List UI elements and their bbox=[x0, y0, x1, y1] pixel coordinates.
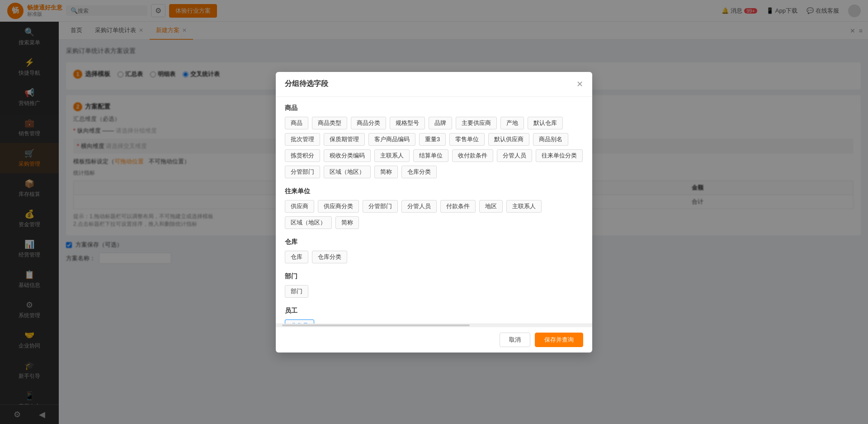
field-tag[interactable]: 收付款条件 bbox=[452, 149, 493, 162]
field-tag[interactable]: 品牌 bbox=[429, 117, 452, 129]
field-tag[interactable]: 付款条件 bbox=[440, 200, 476, 213]
field-tag[interactable]: 业务员 bbox=[285, 319, 314, 324]
field-tag[interactable]: 拣货积分 bbox=[285, 149, 320, 162]
field-tag[interactable]: 区域（地区） bbox=[285, 216, 332, 229]
field-tag[interactable]: 默认仓库 bbox=[528, 117, 563, 129]
cancel-button[interactable]: 取消 bbox=[500, 333, 530, 347]
section-title-employees: 员工 bbox=[285, 307, 583, 315]
field-tags-warehouses: 仓库仓库分类 bbox=[285, 251, 583, 263]
field-tag[interactable]: 零售单位 bbox=[449, 133, 485, 146]
section-title-warehouses: 仓库 bbox=[285, 238, 583, 246]
field-tag[interactable]: 结算单位 bbox=[413, 149, 448, 162]
field-tag[interactable]: 分管部门 bbox=[363, 200, 398, 213]
field-tag[interactable]: 税收分类编码 bbox=[324, 149, 371, 162]
section-warehouses: 仓库仓库仓库分类 bbox=[285, 238, 583, 263]
field-tag[interactable]: 商品别名 bbox=[533, 133, 568, 146]
field-tag[interactable]: 区域（地区） bbox=[324, 166, 371, 178]
field-tags-departments: 部门 bbox=[285, 285, 583, 298]
field-tag[interactable]: 简称 bbox=[335, 216, 359, 229]
field-tags-products: 商品商品类型商品分类规格型号品牌主要供应商产地默认仓库批次管理保质期管理客户商品… bbox=[285, 117, 583, 178]
modal-overlay: 分组待选字段 ✕ 商品商品商品类型商品分类规格型号品牌主要供应商产地默认仓库批次… bbox=[0, 0, 868, 424]
field-tag[interactable]: 简称 bbox=[374, 166, 398, 178]
field-tag[interactable]: 商品类型 bbox=[312, 117, 347, 129]
section-employees: 员工业务员 bbox=[285, 307, 583, 324]
field-tag[interactable]: 主要供应商 bbox=[456, 117, 497, 129]
field-tag[interactable]: 保质期管理 bbox=[324, 133, 365, 146]
field-tag[interactable]: 地区 bbox=[479, 200, 503, 213]
field-tag[interactable]: 商品 bbox=[285, 117, 308, 129]
field-tag[interactable]: 分管人员 bbox=[497, 149, 532, 162]
field-tag[interactable]: 商品分类 bbox=[351, 117, 386, 129]
section-title-products: 商品 bbox=[285, 104, 583, 112]
section-products: 商品商品商品类型商品分类规格型号品牌主要供应商产地默认仓库批次管理保质期管理客户… bbox=[285, 104, 583, 178]
field-tags-counterparties: 供应商供应商分类分管部门分管人员付款条件地区主联系人区域（地区）简称 bbox=[285, 200, 583, 229]
field-tag[interactable]: 分管人员 bbox=[401, 200, 437, 213]
field-tag[interactable]: 部门 bbox=[285, 285, 308, 298]
field-tag[interactable]: 批次管理 bbox=[285, 133, 320, 146]
field-tag[interactable]: 重量3 bbox=[419, 133, 446, 146]
field-tag[interactable]: 产地 bbox=[500, 117, 524, 129]
field-tag[interactable]: 主联系人 bbox=[506, 200, 542, 213]
field-tag[interactable]: 仓库分类 bbox=[312, 251, 347, 263]
save-query-button[interactable]: 保存并查询 bbox=[535, 333, 583, 347]
field-tag[interactable]: 主联系人 bbox=[374, 149, 410, 162]
field-tag[interactable]: 默认供应商 bbox=[488, 133, 529, 146]
dialog-title: 分组待选字段 bbox=[285, 79, 328, 89]
field-selection-dialog: 分组待选字段 ✕ 商品商品商品类型商品分类规格型号品牌主要供应商产地默认仓库批次… bbox=[276, 72, 592, 353]
section-title-departments: 部门 bbox=[285, 272, 583, 281]
field-tag[interactable]: 分管部门 bbox=[285, 166, 320, 178]
dialog-footer: 取消 保存并查询 bbox=[276, 327, 592, 353]
field-tag[interactable]: 客户商品编码 bbox=[368, 133, 415, 146]
field-tag[interactable]: 规格型号 bbox=[390, 117, 425, 129]
field-tag[interactable]: 供应商分类 bbox=[318, 200, 359, 213]
section-title-counterparties: 往来单位 bbox=[285, 187, 583, 195]
field-tags-employees: 业务员 bbox=[285, 319, 583, 324]
field-tag[interactable]: 往来单位分类 bbox=[536, 149, 583, 162]
dialog-close-button[interactable]: ✕ bbox=[576, 79, 583, 89]
dialog-body[interactable]: 商品商品商品类型商品分类规格型号品牌主要供应商产地默认仓库批次管理保质期管理客户… bbox=[276, 97, 592, 324]
dialog-header: 分组待选字段 ✕ bbox=[276, 72, 592, 97]
section-departments: 部门部门 bbox=[285, 272, 583, 298]
field-tag[interactable]: 仓库 bbox=[285, 251, 308, 263]
field-tag[interactable]: 供应商 bbox=[285, 200, 314, 213]
field-tag[interactable]: 仓库分类 bbox=[401, 166, 437, 178]
section-counterparties: 往来单位供应商供应商分类分管部门分管人员付款条件地区主联系人区域（地区）简称 bbox=[285, 187, 583, 229]
